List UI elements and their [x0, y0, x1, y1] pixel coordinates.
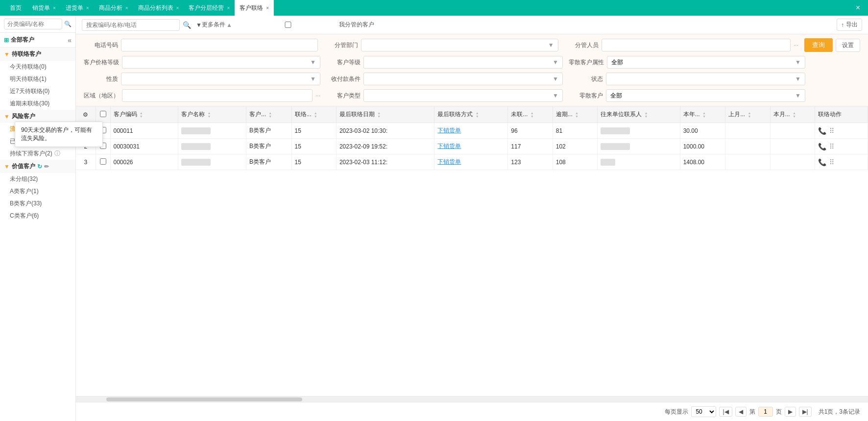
tab-analysis[interactable]: 商品分析 × — [94, 0, 133, 16]
sort-overdue-icon[interactable]: ▲▼ — [575, 111, 579, 118]
th-lastmonth: 上月... ▲▼ — [725, 106, 770, 123]
lastway-link[interactable]: 下销货单 — [437, 127, 461, 134]
row-class: B类客户 — [246, 123, 292, 139]
sidebar-search-icon[interactable]: 🔍 — [64, 21, 72, 27]
nature-select[interactable]: ▼ — [121, 73, 320, 85]
close-tab-analysis-list[interactable]: × — [176, 5, 179, 11]
query-button[interactable]: 查询 — [804, 38, 833, 52]
payment-select[interactable]: ▼ — [363, 73, 563, 85]
tab-customer-link[interactable]: 客户联络 × — [235, 0, 274, 16]
sidebar-all-customers[interactable]: ⊞ 全部客户 « — [0, 33, 75, 48]
sidebar-item-overdue[interactable]: 逾期未联络(30) — [0, 98, 75, 110]
sort-unlink-icon[interactable]: ▲▼ — [530, 111, 534, 118]
sort-contacts-icon[interactable]: ▲▼ — [645, 111, 648, 118]
sidebar-group-value-title[interactable]: ▼ 价值客户 ↻ ✏ — [0, 160, 75, 173]
region-select[interactable] — [122, 89, 313, 102]
tab-purchase[interactable]: 进货单 × — [61, 0, 94, 16]
filter-row-2: 客户价格等级 ▼ 客户等级 ▼ 零散客户属性 全部 — [84, 56, 860, 69]
action-icon-menu-3[interactable]: ⠿ — [829, 158, 834, 166]
sidebar-item-b-class[interactable]: B类客户(33) — [0, 198, 75, 210]
sidebar-item-week[interactable]: 近7天待联络(0) — [0, 85, 75, 98]
dept-select[interactable]: ▼ — [361, 39, 558, 51]
sidebar-group-pending-title[interactable]: ▼ 待联络客户 — [0, 48, 75, 61]
row-thisyear: 30.00 — [680, 123, 725, 139]
row-contact: 15 — [291, 139, 336, 154]
customer-level-select[interactable]: ▼ — [363, 56, 563, 69]
filter-region: 区域（地区） ··· — [84, 89, 320, 102]
sort-lastway-icon[interactable]: ▲▼ — [476, 111, 479, 118]
price-level-label: 客户价格等级 — [84, 58, 119, 67]
sidebar-item-tomorrow[interactable]: 明天待联络(1) — [0, 73, 75, 85]
settings-button[interactable]: 设置 — [836, 39, 860, 52]
sort-lastdate-icon[interactable]: ▲▼ — [377, 111, 381, 118]
close-tab-customer-segment[interactable]: × — [227, 5, 230, 11]
tab-analysis-list[interactable]: 商品分析列表 × — [133, 0, 184, 16]
page-input[interactable] — [758, 407, 773, 417]
sort-thismonth-icon[interactable]: ▲▼ — [793, 111, 796, 118]
row-thisyear: 1408.00 — [680, 154, 725, 170]
status-select[interactable]: ▼ — [606, 73, 805, 85]
payment-label: 收付款条件 — [326, 75, 361, 83]
close-tab-customer-link[interactable]: × — [266, 5, 269, 11]
row-lastmonth — [725, 123, 770, 139]
person-more-btn[interactable]: ··· — [794, 42, 798, 49]
action-icon-menu[interactable]: ⠿ — [829, 127, 834, 135]
sidebar-item-today[interactable]: 今天待联络(0) — [0, 61, 75, 73]
search-input[interactable] — [82, 19, 180, 31]
region-more-btn[interactable]: ··· — [315, 92, 320, 99]
zero-cust-select[interactable]: 全部 ▼ — [606, 89, 805, 102]
first-page-button[interactable]: |◀ — [719, 407, 732, 417]
horizontal-scrollbar[interactable] — [76, 396, 868, 402]
price-level-select[interactable]: ▼ — [122, 56, 320, 69]
customer-type-select[interactable]: ▼ — [363, 89, 563, 102]
sidebar-item-a-class[interactable]: A类客户(1) — [0, 185, 75, 198]
action-icon-phone-3[interactable]: 📞 — [818, 158, 826, 166]
sort-class-icon[interactable]: ▲▼ — [268, 111, 272, 118]
close-tab-sales[interactable]: × — [53, 5, 56, 11]
my-customers-checkbox[interactable] — [239, 22, 337, 28]
next-page-button[interactable]: ▶ — [785, 407, 796, 417]
my-customers-checkbox-area[interactable]: 我分管的客户 — [239, 21, 374, 29]
collapse-icon[interactable]: « — [68, 36, 72, 44]
action-icon-phone[interactable]: 📞 — [818, 127, 826, 135]
close-tab-analysis[interactable]: × — [125, 5, 128, 11]
th-checkbox[interactable] — [96, 106, 110, 123]
sidebar-item-unsorted[interactable]: 未分组(32) — [0, 173, 75, 185]
sidebar-group-risk-title[interactable]: ▼ 风险客户 — [0, 110, 75, 123]
tab-customer-segment[interactable]: 客户分层经营 × — [184, 0, 235, 16]
edit-icon[interactable]: ✏ — [44, 163, 49, 170]
row-lastway: 下销货单 — [434, 123, 508, 139]
home-button[interactable]: 首页 — [4, 0, 27, 16]
more-conditions-button[interactable]: ▼ 更多条件 ▲ — [196, 21, 232, 29]
sidebar-search-input[interactable] — [4, 19, 62, 29]
sort-code-icon[interactable]: ▲▼ — [140, 111, 143, 118]
last-page-button[interactable]: ▶| — [799, 407, 812, 417]
action-icon-phone-2[interactable]: 📞 — [818, 143, 826, 150]
tab-sales[interactable]: 销货单 × — [27, 0, 61, 16]
export-button[interactable]: ↑ 导出 — [837, 19, 862, 31]
sort-contact-icon[interactable]: ▲▼ — [314, 111, 317, 118]
prev-page-button[interactable]: ◀ — [735, 407, 747, 417]
action-icon-menu-2[interactable]: ⠿ — [829, 143, 834, 150]
arrow-icon-2: ▼ — [4, 113, 10, 120]
select-all-checkbox[interactable] — [100, 111, 106, 117]
person-select[interactable] — [602, 39, 791, 51]
sidebar-item-c-class[interactable]: C类客户(6) — [0, 210, 75, 222]
sort-thisyear-icon[interactable]: ▲▼ — [702, 111, 706, 118]
per-page-select[interactable]: 50 20 100 — [691, 406, 716, 417]
scrollbar-thumb[interactable] — [106, 397, 302, 401]
close-tab-purchase[interactable]: × — [86, 5, 89, 11]
sort-name-icon[interactable]: ▲▼ — [208, 111, 211, 118]
search-button[interactable]: 🔍 — [183, 21, 191, 29]
zero-attr-select[interactable]: 全部 ▼ — [607, 56, 805, 69]
row-checkbox[interactable] — [96, 154, 110, 170]
lastway-link-3[interactable]: 下销货单 — [437, 158, 461, 165]
th-settings[interactable]: ⚙ — [76, 106, 96, 123]
phone-input[interactable] — [121, 39, 318, 51]
close-all-button[interactable]: × — [852, 3, 864, 12]
lastway-link-2[interactable]: 下销货单 — [437, 143, 461, 149]
sidebar-item-declining[interactable]: 持续下滑客户(2) ⓘ — [0, 148, 75, 160]
sort-lastmonth-icon[interactable]: ▲▼ — [748, 111, 751, 118]
refresh-icon[interactable]: ↻ — [37, 163, 42, 170]
row-check-3[interactable] — [100, 158, 106, 165]
